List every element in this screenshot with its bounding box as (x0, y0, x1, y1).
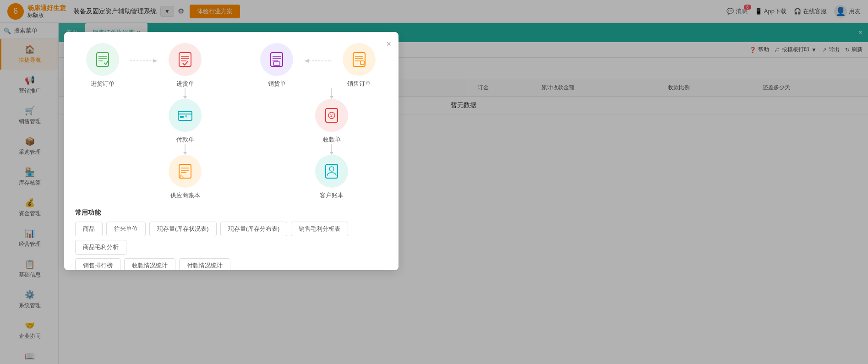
customer-ledger-icon (323, 163, 340, 180)
supplier-ledger-icon: 账 (176, 163, 194, 180)
arrow-down-payment (180, 88, 190, 99)
func-btn-sales-profit[interactable]: 销售毛利分析表 (291, 222, 348, 236)
purchase-order-icon (94, 51, 111, 68)
flow-node-customer-ledger[interactable]: 客户账本 (304, 155, 359, 200)
payment-icon: ¥ (176, 107, 194, 124)
modal-overlay[interactable]: × (0, 0, 868, 364)
purchase-order-label: 进货订单 (91, 80, 115, 88)
purchase-order-circle (86, 43, 119, 76)
flow-col-receipt: ¥ 收款单 (304, 88, 359, 144)
flow-node-supplier-ledger[interactable]: 账 供应商账本 (158, 155, 213, 200)
func-btn-payment-stats[interactable]: 付款情况统计 (179, 258, 230, 270)
svg-rect-14 (273, 62, 280, 65)
down-arrow-receipt (327, 88, 336, 99)
supplier-ledger-circle: 账 (169, 155, 202, 188)
sales-order-icon (350, 51, 368, 68)
purchase-bill-icon (176, 51, 194, 68)
customer-ledger-label: 客户账本 (320, 191, 344, 200)
flow-col-supplier-ledger: 账 供应商账本 (158, 144, 213, 200)
arrow-down-customer (327, 144, 336, 155)
flow-top-row: 进货订单 (75, 43, 387, 88)
sales-order-label: 销售订单 (347, 80, 371, 88)
func-btn-inventory-dist[interactable]: 现存量(库存分布表) (220, 222, 288, 236)
arrow-purchase-to-purchase-bill (130, 56, 158, 65)
func-btn-goods[interactable]: 商品 (75, 222, 103, 236)
flow-third-row: 账 供应商账本 (103, 144, 359, 200)
svg-rect-21 (360, 61, 364, 65)
func-btn-inventory-status[interactable]: 现存量(库存状况表) (149, 222, 217, 236)
flow-node-receipt[interactable]: ¥ 收款单 (304, 99, 359, 144)
supplier-ledger-label: 供应商账本 (170, 191, 200, 200)
func-btn-goods-profit[interactable]: 商品毛利分析 (75, 240, 126, 255)
func-buttons-row1: 商品 往来单位 现存量(库存状况表) 现存量(库存分布表) 销售毛利分析表 商品… (75, 222, 388, 255)
arrow-down-receipt (327, 88, 336, 99)
func-btn-sales-rank[interactable]: 销售排行榜 (75, 258, 120, 270)
flow-node-sales-bill[interactable]: 销货单 (249, 43, 304, 88)
flow-node-payment[interactable]: ¥ 付款单 (158, 99, 213, 144)
flow-diagram: 进货订单 (75, 43, 388, 200)
down-arrow-customer (327, 144, 336, 155)
modal-box: × (64, 32, 399, 270)
sales-bill-icon (268, 51, 285, 68)
common-functions: 常用功能 商品 往来单位 现存量(库存状况表) 现存量(库存分布表) 销售毛利分… (75, 209, 388, 270)
down-arrow-payment (180, 88, 190, 99)
svg-point-43 (329, 167, 334, 171)
purchase-bill-label: 进货单 (176, 80, 194, 88)
flow-second-row: ¥ 付款单 (103, 88, 359, 144)
svg-rect-0 (97, 53, 109, 66)
svg-text:¥: ¥ (185, 114, 187, 119)
flow-node-sales-order[interactable]: 销售订单 (332, 43, 387, 88)
arrow-down-supplier (180, 144, 190, 155)
receipt-circle: ¥ (315, 99, 348, 132)
sales-order-circle (343, 43, 376, 76)
svg-text:账: 账 (180, 174, 184, 178)
down-arrow-supplier (180, 144, 190, 155)
payment-circle: ¥ (169, 99, 202, 132)
flow-node-purchase-order[interactable]: 进货订单 (75, 43, 130, 88)
svg-rect-26 (180, 116, 184, 118)
flow-node-purchase-bill[interactable]: 进货单 (158, 43, 213, 88)
func-btn-receipt-stats[interactable]: 收款情况统计 (124, 258, 175, 270)
flow-col-customer-ledger: 客户账本 (304, 144, 359, 200)
dashed-arrow-left (304, 56, 332, 65)
svg-rect-10 (271, 53, 283, 66)
svg-marker-5 (153, 59, 158, 63)
flow-col-payment: ¥ 付款单 (158, 88, 213, 144)
receipt-label: 收款单 (323, 136, 341, 144)
receipt-icon: ¥ (323, 107, 340, 124)
func-btn-partners[interactable]: 往来单位 (106, 222, 146, 236)
flow-col-left: 进货订单 (75, 43, 387, 200)
svg-marker-16 (304, 59, 309, 63)
sales-bill-circle (260, 43, 293, 76)
arrow-sales-order-to-sales-bill (304, 56, 332, 65)
modal-close-button[interactable]: × (386, 39, 391, 49)
dashed-arrow-right (130, 56, 158, 65)
payment-label: 付款单 (176, 136, 194, 144)
customer-ledger-circle (315, 155, 348, 188)
purchase-bill-circle (169, 43, 202, 76)
common-functions-title: 常用功能 (75, 209, 388, 217)
func-buttons-row2: 销售排行榜 收款情况统计 付款情况统计 (75, 258, 388, 270)
svg-text:¥: ¥ (330, 114, 333, 118)
sales-bill-label: 销货单 (268, 80, 286, 88)
